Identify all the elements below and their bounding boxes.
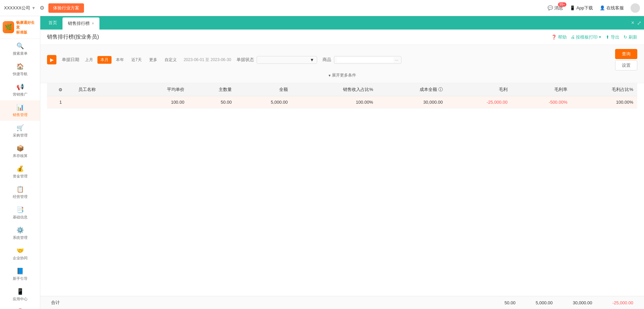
tab-home-label: 首页 [48, 20, 57, 26]
expand-label: 展开更多条件 [332, 72, 356, 78]
filter-toggle-button[interactable]: ▶ [47, 55, 56, 64]
close-window-icon[interactable]: × [631, 20, 634, 26]
sidebar-item-sales[interactable]: 📊 销售管理 [0, 100, 40, 121]
export-icon: ⬆ [606, 35, 609, 40]
refresh-icon: ↻ [624, 35, 627, 40]
print-label: 按模板打印 [576, 34, 598, 40]
company-dropdown-icon[interactable]: ▼ [32, 6, 36, 10]
query-button[interactable]: 查询 [615, 49, 637, 59]
cell-rank: 1 [47, 96, 74, 108]
sidebar-label-inventory: 库存核算 [13, 153, 28, 158]
goods-more-icon[interactable]: ··· [395, 57, 398, 62]
trial-button[interactable]: 体验行业方案 [48, 3, 84, 13]
sidebar-label-quick: 快捷导航 [13, 71, 28, 76]
sidebar-item-wechat[interactable]: 💬 企业微信 [0, 305, 40, 309]
sidebar-item-finance[interactable]: 💰 资金管理 [0, 162, 40, 182]
print-dropdown-icon: ▼ [598, 35, 602, 39]
search-icon: 🔍 [16, 42, 24, 50]
cell-avg-price: 100.00 [131, 96, 188, 108]
date-btn-自定义[interactable]: 自定义 [162, 56, 180, 64]
message-badge: 99+ [558, 2, 566, 7]
setting-button[interactable]: 设置 [615, 60, 637, 70]
app-label: App下载 [576, 5, 593, 11]
avatar[interactable] [631, 3, 640, 13]
goods-label: 商品 [323, 57, 331, 63]
filter-row: ▶ 单据日期 上月本月本年近7天更多自定义 2023-06-01 至 2023-… [47, 49, 637, 70]
sidebar-label-search: 搜索菜单 [13, 51, 28, 56]
print-button[interactable]: 🖨 按模板打印 ▼ [571, 34, 602, 40]
page-content: 销售排行榜(按业务员) ❓ 帮助 🖨 按模板打印 ▼ ⬆ 导出 [40, 30, 644, 309]
sidebar-item-purchase[interactable]: 🛒 采购管理 [0, 121, 40, 141]
sidebar: 🌿 畅康通好生意 标准版 🔍 搜索菜单 🏠 快捷导航 📢 营销推广 📊 销售管理… [0, 16, 40, 309]
refresh-button[interactable]: ↻ 刷新 [624, 34, 637, 40]
export-button[interactable]: ⬆ 导出 [606, 34, 619, 40]
col-gear[interactable]: ⚙ [47, 83, 74, 96]
top-bar-right: 💬 消息 99+ 📱 App下载 👤 在线客服 [548, 3, 640, 13]
tab-bar-actions: × ⤢ [631, 20, 641, 26]
sidebar-item-quick[interactable]: 🏠 快捷导航 [0, 59, 40, 80]
sidebar-item-corp[interactable]: 🤝 企业协同 [0, 244, 40, 264]
sidebar-item-marketing[interactable]: 📢 营销推广 [0, 80, 40, 100]
guide-icon: 📘 [16, 267, 24, 275]
sidebar-label-system: 系统管理 [13, 235, 28, 240]
gear-icon[interactable]: ⚙ [40, 5, 44, 11]
message-button[interactable]: 💬 消息 99+ [548, 5, 563, 11]
page-title: 销售排行榜(按业务员) [47, 34, 99, 41]
date-btn-上月[interactable]: 上月 [82, 56, 96, 64]
print-icon: 🖨 [571, 35, 575, 40]
status-select[interactable]: ▼ [257, 56, 317, 64]
sidebar-item-search[interactable]: 🔍 搜索菜单 [0, 39, 40, 59]
expand-more-button[interactable]: ▾ 展开更多条件 [47, 70, 637, 79]
sidebar-item-basic[interactable]: 📑 基础信息 [0, 203, 40, 223]
page-actions: ❓ 帮助 🖨 按模板打印 ▼ ⬆ 导出 ↻ 刷新 [551, 34, 637, 40]
tab-sales-ranking[interactable]: 销售排行榜 × [62, 17, 99, 30]
quick-icon: 🏠 [16, 63, 24, 70]
purchase-icon: 🛒 [16, 124, 24, 132]
refresh-label: 刷新 [629, 34, 637, 40]
app-download-button[interactable]: 📱 App下载 [570, 5, 593, 11]
sidebar-label-marketing: 营销推广 [13, 92, 28, 97]
marketing-icon: 📢 [16, 83, 24, 91]
sidebar-item-inventory[interactable]: 📦 库存核算 [0, 141, 40, 162]
tab-close-icon[interactable]: × [92, 21, 94, 26]
table-footer: 合计 50.00 5,000.00 30,000.00 -25,000.00 [40, 296, 644, 309]
col-amount: 全额 [236, 83, 292, 96]
company-name: XXXXXX公司 [4, 5, 30, 11]
export-label: 导出 [611, 34, 619, 40]
company-selector[interactable]: XXXXXX公司 ▼ [4, 5, 36, 11]
operation-icon: 📋 [16, 186, 24, 193]
date-btn-近7天[interactable]: 近7天 [128, 56, 145, 64]
date-btn-本月[interactable]: 本月 [97, 56, 112, 64]
goods-input[interactable]: ··· [334, 56, 401, 64]
sidebar-item-guide[interactable]: 📘 新手引导 [0, 264, 40, 285]
maximize-icon[interactable]: ⤢ [637, 20, 641, 26]
col-name: 员工名称 [74, 83, 131, 96]
inventory-icon: 📦 [16, 145, 24, 152]
sidebar-item-appstore[interactable]: 📱 应用中心 [0, 285, 40, 305]
filter-actions: 查询 设置 [615, 49, 637, 70]
corp-icon: 🤝 [16, 247, 24, 254]
sidebar-label-guide: 新手引导 [13, 276, 28, 281]
sidebar-item-system[interactable]: ⚙️ 系统管理 [0, 223, 40, 244]
page-header: 销售排行榜(按业务员) ❓ 帮助 🖨 按模板打印 ▼ ⬆ 导出 [40, 30, 644, 45]
tab-home[interactable]: 首页 [43, 16, 62, 30]
help-button[interactable]: ❓ 帮助 [551, 34, 567, 40]
goods-input-field[interactable] [337, 57, 393, 62]
content-area: 首页 销售排行榜 × × ⤢ 销售排行榜(按业务员) ❓ 帮助 [40, 16, 644, 309]
table-header-row: ⚙ 员工名称 平均单价 主数量 全额 销售收入占比% 成本全额 ⓘ 毛利 毛利率… [47, 83, 637, 96]
cell-name [74, 96, 131, 108]
date-btn-本年[interactable]: 本年 [113, 56, 127, 64]
col-avg-price: 平均单价 [131, 83, 188, 96]
logo-icon: 🌿 [3, 21, 14, 33]
sidebar-item-operation[interactable]: 📋 经营管理 [0, 182, 40, 203]
sidebar-label-finance: 资金管理 [13, 174, 28, 179]
table-header: ⚙ 员工名称 平均单价 主数量 全额 销售收入占比% 成本全额 ⓘ 毛利 毛利率… [47, 83, 637, 96]
cell-gross-pct: 100.00% [571, 96, 637, 108]
basic-icon: 📑 [16, 206, 24, 213]
col-sales-pct: 销售收入占比% [292, 83, 377, 96]
date-btn-更多[interactable]: 更多 [146, 56, 160, 64]
online-service-button[interactable]: 👤 在线客服 [600, 5, 624, 11]
col-qty: 主数量 [188, 83, 236, 96]
system-icon: ⚙️ [16, 226, 24, 234]
filter-area: ▶ 单据日期 上月本月本年近7天更多自定义 2023-06-01 至 2023-… [40, 45, 644, 83]
